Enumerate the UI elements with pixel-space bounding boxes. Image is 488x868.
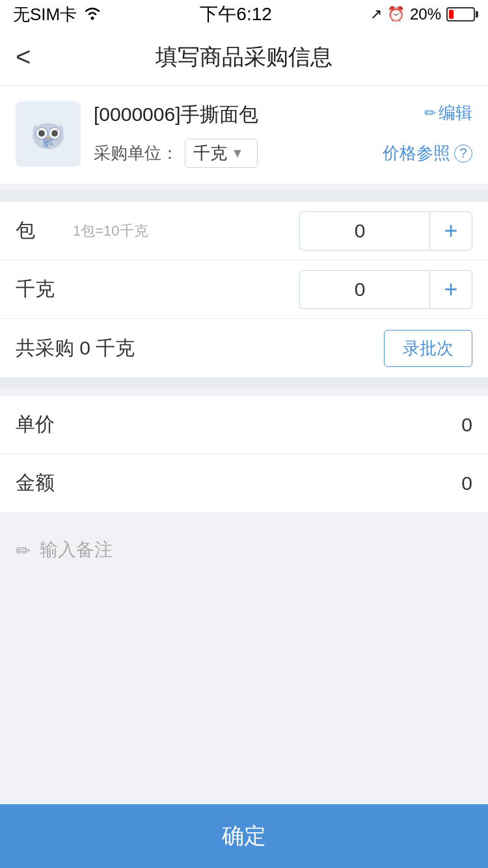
section-divider-2 xyxy=(0,377,488,389)
kg-label: 千克 xyxy=(16,276,68,303)
product-info: [0000006]手撕面包 ✏ 编辑 采购单位： 千克 ▼ 价格参照 ? xyxy=(94,102,472,168)
amount-label: 金额 xyxy=(16,470,55,496)
status-right: ↗ ⏰ 20% xyxy=(370,5,475,23)
summary-row: 共采购 0 千克 录批次 xyxy=(0,319,488,377)
wifi-icon xyxy=(83,5,102,25)
confirm-button[interactable]: 确定 xyxy=(0,804,488,868)
record-batch-button[interactable]: 录批次 xyxy=(384,330,472,367)
input-section: 包 1包=10千克 + 千克 + 共采购 0 千克 录批次 xyxy=(0,202,488,377)
price-ref-help-icon: ? xyxy=(454,144,472,163)
svg-point-4 xyxy=(38,130,45,137)
price-info-section: 单价 0 金额 0 xyxy=(0,396,488,513)
battery-icon xyxy=(446,7,475,21)
location-icon: ↗ xyxy=(370,6,382,23)
svg-text:智+: 智+ xyxy=(43,141,53,148)
status-left: 无SIM卡 xyxy=(13,3,102,26)
bag-input-row: 包 1包=10千克 + xyxy=(0,202,488,260)
section-divider-1 xyxy=(0,190,488,202)
svg-point-5 xyxy=(51,130,58,137)
notes-placeholder: 输入备注 xyxy=(40,537,113,562)
unit-price-value: 0 xyxy=(461,414,472,436)
amount-row: 金额 0 xyxy=(0,454,488,513)
back-button[interactable]: < xyxy=(16,42,31,72)
svg-point-0 xyxy=(91,16,94,20)
product-name: [0000006]手撕面包 xyxy=(94,102,258,128)
page-title: 填写商品采购信息 xyxy=(156,42,332,72)
battery-percent: 20% xyxy=(410,5,441,23)
bag-plus-button[interactable]: + xyxy=(429,211,472,251)
nav-bar: < 填写商品采购信息 xyxy=(0,29,488,86)
pencil-icon: ✏ xyxy=(16,540,31,562)
notes-section[interactable]: ✏ 输入备注 xyxy=(0,519,488,714)
status-bar: 无SIM卡 下午6:12 ↗ ⏰ 20% xyxy=(0,0,488,29)
bag-label: 包 xyxy=(16,217,68,244)
amount-value: 0 xyxy=(461,472,472,495)
bag-input[interactable] xyxy=(299,211,429,251)
unit-price-row: 单价 0 xyxy=(0,396,488,454)
unit-select[interactable]: 千克 ▼ xyxy=(185,139,258,168)
alarm-icon: ⏰ xyxy=(387,6,405,23)
status-time: 下午6:12 xyxy=(200,2,272,27)
price-reference-button[interactable]: 价格参照 ? xyxy=(383,142,472,165)
carrier-label: 无SIM卡 xyxy=(13,3,77,26)
purchase-unit-label: 采购单位： xyxy=(94,142,178,165)
bag-sublabel: 1包=10千克 xyxy=(73,221,148,241)
product-card: 智+ [0000006]手撕面包 ✏ 编辑 采购单位： 千克 ▼ 价格参照 ? xyxy=(0,86,488,183)
unit-price-label: 单价 xyxy=(16,411,55,438)
edit-button[interactable]: ✏ 编辑 xyxy=(424,102,472,124)
summary-text: 共采购 0 千克 xyxy=(16,335,135,362)
kg-input-row: 千克 + xyxy=(0,260,488,319)
product-thumbnail: 智+ xyxy=(16,102,81,167)
kg-input[interactable] xyxy=(299,270,429,309)
kg-plus-button[interactable]: + xyxy=(429,270,472,309)
bottom-spacer xyxy=(0,714,488,778)
